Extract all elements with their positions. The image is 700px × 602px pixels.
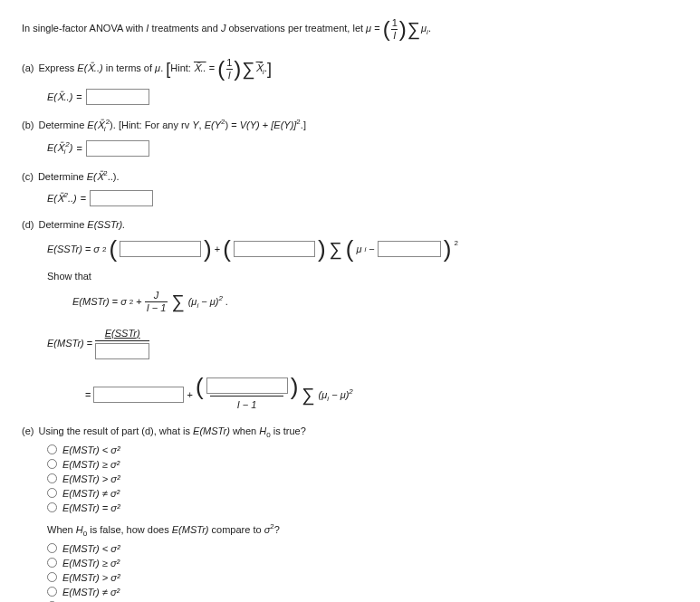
c-text-det: Determine bbox=[38, 171, 87, 182]
frac-1-over-I: 1I bbox=[390, 18, 399, 41]
sigma-sum: ∑ bbox=[408, 19, 420, 40]
a-line-eq: = bbox=[76, 91, 82, 102]
d-plus: + bbox=[215, 244, 220, 254]
b-eq: = bbox=[228, 119, 240, 130]
d-mstr-sigma-sup: 2 bbox=[129, 298, 133, 306]
d-input-3[interactable] bbox=[378, 241, 441, 257]
c-dots: ..). bbox=[108, 171, 120, 182]
c-answer-line: E(X̄2..) = bbox=[47, 190, 678, 206]
e2-radio-4[interactable] bbox=[47, 587, 57, 597]
part-e: (e) Using the result of part (d), what i… bbox=[22, 425, 678, 603]
e-radio-1[interactable] bbox=[47, 444, 57, 454]
e-q2-h0: H bbox=[76, 523, 83, 534]
b-line-lhs-t: E(X̄ bbox=[47, 142, 64, 153]
b-expr1-sub: i bbox=[104, 125, 106, 133]
d-input-4[interactable] bbox=[95, 343, 149, 359]
part-d-text: Determine E(SSTr). bbox=[39, 219, 126, 230]
intro-mid2: observations per treatment, let bbox=[225, 23, 366, 33]
d-input-6[interactable] bbox=[206, 377, 288, 394]
d-bottom-sum-body: (μi − μ)2 bbox=[319, 387, 353, 403]
d-bottom-fden: I − 1 bbox=[210, 396, 284, 413]
d-emstr-eq: = bbox=[87, 338, 92, 349]
e-q2: When H0 is false, how does E(MSTr) compa… bbox=[47, 522, 678, 538]
d-mstr-lhs: E(MSTr) bbox=[72, 296, 110, 307]
e-options-1: E(MSTr) < σ² E(MSTr) ≥ σ² E(MSTr) > σ² E… bbox=[47, 444, 678, 513]
e2-radio-1[interactable] bbox=[47, 543, 57, 553]
d-mstr-sum-t: (μ bbox=[188, 295, 197, 306]
e-radio-4[interactable] bbox=[47, 488, 57, 498]
part-d-label: (d) bbox=[22, 219, 34, 230]
d-eq: = bbox=[85, 244, 91, 254]
e-opt-5: E(MSTr) = σ² bbox=[47, 502, 678, 513]
b-rhs2: [E(Y)] bbox=[271, 119, 296, 130]
d-mstr-period: . bbox=[225, 296, 228, 307]
part-b-text: Determine E(X̄i2). [Hint: For any rv Y, … bbox=[39, 119, 306, 130]
a-sum: ∑ bbox=[242, 59, 254, 80]
e2-radio-2[interactable] bbox=[47, 558, 57, 568]
a-sum-var: X̄ bbox=[256, 62, 264, 73]
b-input[interactable] bbox=[86, 140, 149, 157]
d-lhs: E(SSTr) bbox=[47, 244, 82, 254]
e2-opt-2: E(MSTr) ≥ σ² bbox=[47, 558, 678, 569]
d-bottom-line: = + ( ) I − 1 ∑ (μi − μ)2 bbox=[85, 377, 678, 413]
c-expr: E(X̄ bbox=[87, 171, 104, 182]
c-input[interactable] bbox=[90, 190, 153, 206]
a-fden: I bbox=[226, 69, 233, 81]
b-answer-line: E(X̄i2) = bbox=[47, 140, 678, 157]
c-line-dots: ..) bbox=[68, 193, 77, 204]
e-q2-post: is false, how does bbox=[87, 523, 172, 534]
d-mstr-fden: I − 1 bbox=[145, 301, 168, 313]
d-sigma: σ bbox=[93, 244, 100, 254]
part-a-label: (a) bbox=[22, 62, 34, 73]
e-radio-2[interactable] bbox=[47, 459, 57, 469]
b-expr1-end: ). bbox=[110, 119, 116, 130]
hint-close: ] bbox=[267, 60, 272, 78]
d-minus: − bbox=[369, 244, 374, 254]
part-a-text: Express E(X̄..) in terms of μ. [Hint: X̄… bbox=[39, 62, 272, 73]
e-radio-5[interactable] bbox=[47, 502, 57, 512]
d-mstr-frac: J I − 1 bbox=[145, 291, 168, 313]
e-opt-1-label: E(MSTr) < σ² bbox=[62, 444, 120, 455]
a-hint-pre: Hint: bbox=[170, 62, 194, 73]
d-input-1[interactable] bbox=[120, 241, 201, 257]
d-mstr-sum-post: − μ) bbox=[198, 295, 218, 306]
c-line-lhs-t: E(X̄ bbox=[47, 193, 64, 204]
b-hint-body: For any rv bbox=[142, 119, 193, 130]
a-input[interactable] bbox=[86, 89, 149, 105]
b-line-end: ) bbox=[70, 142, 73, 153]
d-input-2[interactable] bbox=[234, 241, 315, 257]
e-opt-1: E(MSTr) < σ² bbox=[47, 444, 678, 455]
e-radio-3[interactable] bbox=[47, 473, 57, 483]
d-mstr-sum-sup: 2 bbox=[218, 294, 222, 302]
e2-opt-1-label: E(MSTr) < σ² bbox=[62, 543, 120, 554]
d-bottom-sum: ∑ bbox=[302, 385, 314, 406]
d-bottom-frac: ( ) I − 1 bbox=[196, 377, 298, 413]
d-emstr-lhs: E(MSTr) bbox=[47, 338, 84, 349]
e2-radio-3[interactable] bbox=[47, 572, 57, 582]
d-sigma-sup: 2 bbox=[102, 245, 106, 253]
part-b: (b) Determine E(X̄i2). [Hint: For any rv… bbox=[22, 118, 678, 157]
e-text3: is true? bbox=[271, 425, 306, 436]
b-Y: Y bbox=[192, 119, 198, 130]
b-hint-lhs: E(Y bbox=[205, 119, 221, 130]
e2-opt-4: E(MSTr) ≠ σ² bbox=[47, 587, 678, 597]
part-c-label: (c) bbox=[22, 171, 34, 182]
part-e-label: (e) bbox=[22, 425, 34, 436]
frac-num: 1 bbox=[390, 18, 399, 29]
e-text1: Using the result of part (d), what is bbox=[39, 425, 194, 436]
d-mstr-sigma: σ bbox=[120, 296, 127, 307]
b-rhs1: V(Y) bbox=[240, 119, 260, 130]
d-bp-r: ) bbox=[291, 373, 299, 400]
d-emstr-frac: E(SSTr) bbox=[95, 328, 149, 359]
d-mstr-formula: E(MSTr) = σ2 + J I − 1 ∑ (μi − μ)2. bbox=[72, 291, 678, 313]
a-mu: μ bbox=[155, 62, 160, 73]
part-a: (a) Express E(X̄..) in terms of μ. [Hint… bbox=[22, 56, 678, 105]
d-bottom-plus: + bbox=[187, 389, 192, 400]
d-mstr-eq: = bbox=[112, 296, 118, 307]
d-input-5[interactable] bbox=[93, 387, 184, 403]
d-sum: ∑ bbox=[330, 239, 342, 260]
part-b-label: (b) bbox=[22, 119, 34, 130]
d-bp-l: ( bbox=[196, 373, 204, 400]
part-c: (c) Determine E(X̄2..). E(X̄2..) = bbox=[22, 169, 678, 206]
b-hint-pre: Hint: bbox=[121, 119, 142, 130]
